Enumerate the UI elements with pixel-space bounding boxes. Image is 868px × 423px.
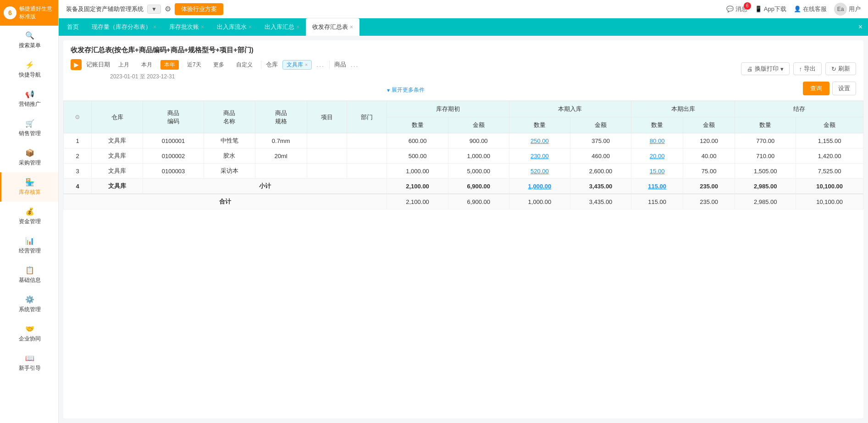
row-in-qty-val[interactable]: 230.00 [531, 153, 549, 159]
sidebar-item-search[interactable]: 🔍搜索菜单 [0, 26, 58, 55]
row-open-qty: 500.00 [387, 148, 448, 164]
row-out-qty[interactable]: 20.00 [631, 148, 683, 164]
date-btn-this-month[interactable]: 本月 [138, 60, 156, 70]
app-download-item[interactable]: 📱 App下载 [755, 5, 786, 13]
sidebar-logo: 6 畅捷通好生意 标准版 [0, 0, 58, 26]
row-out-qty[interactable]: 80.00 [631, 133, 683, 148]
tab-2[interactable]: 库存批次账× [163, 18, 210, 36]
tab-label-3: 出入库流水 [217, 23, 247, 31]
th-settings[interactable]: ⚙ [64, 101, 92, 133]
refresh-btn[interactable]: ↻ 刷新 [825, 62, 856, 75]
experience-btn[interactable]: 体验行业方案 [175, 3, 223, 15]
system-dropdown[interactable]: ▼ [147, 5, 161, 14]
export-btn[interactable]: ↑ 导出 [793, 62, 822, 75]
row-out-qty-val[interactable]: 20.00 [650, 153, 665, 159]
marketing-label: 营销推广 [19, 100, 41, 108]
filter-sep-2 [329, 60, 330, 69]
sidebar-item-finance[interactable]: 💰资金管理 [0, 202, 58, 231]
settings-icon[interactable]: ⚙ [165, 5, 171, 13]
sidebar-item-basic[interactable]: 📋基础信息 [0, 260, 58, 290]
tab-3[interactable]: 出入库流水× [210, 18, 258, 36]
th-dept: 部门 [347, 101, 387, 133]
row-name: 中性笔 [204, 133, 255, 148]
footer-open-qty: 2,100.00 [387, 194, 448, 209]
tab-close-3[interactable]: × [249, 24, 252, 30]
tab-close-5[interactable]: × [350, 24, 353, 30]
message-item[interactable]: 💬 消息 6 [726, 5, 747, 13]
online-service-item[interactable]: 👤 在线客服 [794, 5, 827, 13]
filter-toggle-btn[interactable]: ▶ [71, 59, 82, 70]
finance-label: 资金管理 [19, 218, 41, 225]
tabs-close-all[interactable]: × [855, 23, 866, 31]
sidebar-item-sales[interactable]: 🛒销售管理 [0, 114, 58, 143]
sidebar-item-operation[interactable]: 📊经营管理 [0, 231, 58, 260]
sales-icon: 🛒 [25, 119, 34, 128]
tab-5[interactable]: 收发存汇总表× [306, 18, 359, 36]
logo-text: 畅捷通好生意 标准版 [19, 5, 52, 21]
filter-dots-2[interactable]: ... [351, 61, 359, 68]
tab-close-1[interactable]: × [153, 24, 156, 30]
sidebar-item-inventory[interactable]: 🏪库存核算 [0, 172, 58, 202]
filter-dots-1[interactable]: ... [316, 61, 325, 68]
row-out-qty-val[interactable]: 80.00 [650, 137, 665, 144]
purchase-icon: 📦 [25, 148, 34, 157]
date-btn-custom[interactable]: 自定义 [232, 60, 256, 70]
sidebar-item-marketing[interactable]: 📢营销推广 [0, 84, 58, 114]
th-bal-qty: 数量 [735, 117, 796, 133]
goods-label: 商品 [334, 60, 346, 69]
row-in-qty[interactable]: 520.00 [509, 164, 570, 179]
date-btn-more[interactable]: 更多 [210, 60, 228, 70]
row-out-qty-val[interactable]: 15.00 [650, 168, 665, 175]
sub-in-qty-val[interactable]: 1,000.00 [528, 183, 552, 190]
expand-conditions-btn[interactable]: ▾ 展开更多条件 [387, 86, 425, 94]
row-dept [347, 148, 387, 164]
user-avatar: Ea [834, 3, 847, 16]
tab-4[interactable]: 出入库汇总× [258, 18, 306, 36]
date-btn-last-month[interactable]: 上月 [115, 60, 133, 70]
th-in-qty: 数量 [509, 117, 570, 133]
row-bal-qty: 770.00 [735, 133, 796, 148]
sub-out-qty-val[interactable]: 115.00 [648, 183, 666, 190]
search-label: 搜索菜单 [19, 42, 41, 49]
operation-icon: 📊 [25, 236, 34, 245]
set-btn[interactable]: 设置 [832, 82, 856, 95]
print-btn[interactable]: 🖨 换版打印 ▾ [741, 62, 790, 75]
tab-close-2[interactable]: × [201, 24, 204, 30]
row-project [307, 148, 347, 164]
sub-bal-amt: 10,100.00 [796, 179, 863, 194]
row-in-qty-val[interactable]: 520.00 [531, 168, 549, 175]
date-btn-this-year[interactable]: 本年 [160, 60, 179, 70]
row-spec [255, 164, 307, 179]
date-label: 记账日期 [86, 60, 110, 69]
col-settings-icon[interactable]: ⚙ [75, 114, 80, 121]
row-in-qty[interactable]: 250.00 [509, 133, 570, 148]
warehouse-tag-close[interactable]: × [305, 62, 308, 67]
footer-bal-qty: 2,985.00 [735, 194, 796, 209]
tab-0[interactable]: 首页 [61, 18, 85, 36]
print-label: 换版打印 [755, 65, 779, 73]
footer-in-amt: 3,435.00 [570, 194, 631, 209]
row-out-qty[interactable]: 15.00 [631, 164, 683, 179]
sidebar-item-quick[interactable]: ⚡快捷导航 [0, 55, 58, 84]
row-in-qty[interactable]: 230.00 [509, 148, 570, 164]
tab-1[interactable]: 现存量（库存分布表）× [85, 18, 163, 36]
row-project [307, 164, 347, 179]
refresh-label: 刷新 [838, 65, 850, 73]
table-row: 2 文具库 0100002 胶水 20ml 500.00 1,000.00 23… [64, 148, 863, 164]
query-btn[interactable]: 查询 [803, 82, 829, 95]
topbar: 装备及固定资产辅助管理系统 ▼ ⚙ 体验行业方案 💬 消息 6 📱 App下载 … [59, 0, 868, 18]
sidebar-item-guide[interactable]: 📖新手引导 [0, 348, 58, 378]
sidebar-item-enterprise[interactable]: 🤝企业协同 [0, 319, 58, 348]
warehouse-tag[interactable]: 文具库 × [282, 60, 312, 70]
sub-open-qty: 2,100.00 [387, 179, 448, 194]
th-goods-code: 商品编码 [143, 101, 204, 133]
th-balance: 结存 [735, 101, 863, 117]
warehouse-tag-text: 文具库 [287, 61, 303, 69]
row-in-qty-val[interactable]: 250.00 [531, 137, 549, 144]
sidebar-item-system[interactable]: ⚙️系统管理 [0, 290, 58, 319]
th-project: 项目 [307, 101, 347, 133]
tab-close-4[interactable]: × [296, 24, 299, 30]
user-item[interactable]: Ea 用户 [834, 3, 861, 16]
date-btn-7days[interactable]: 近7天 [183, 60, 205, 70]
sidebar-item-purchase[interactable]: 📦采购管理 [0, 143, 58, 172]
